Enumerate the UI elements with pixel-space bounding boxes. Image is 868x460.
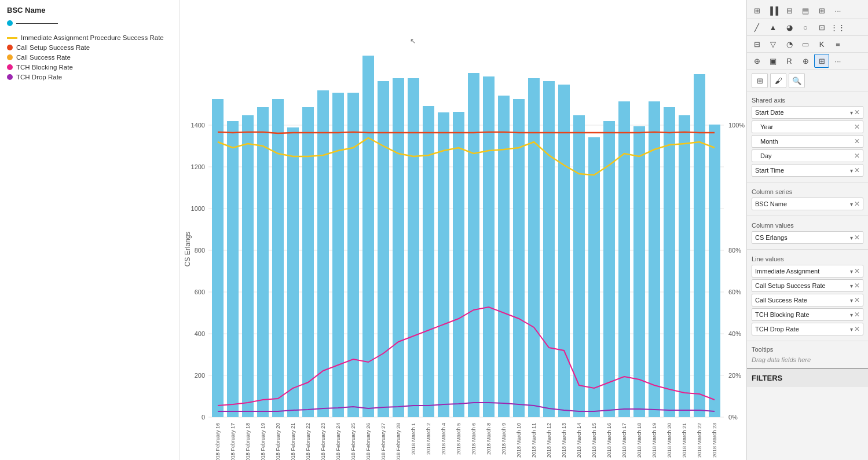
bsc-color-dot (7, 20, 13, 26)
svg-text:2018 February 17: 2018 February 17 (230, 423, 236, 460)
svg-rect-30 (302, 107, 314, 417)
area-icon[interactable]: ▲ (766, 20, 781, 34)
divider3 (747, 249, 868, 250)
line-values-immediate[interactable]: Immediate Assignment ▾ ✕ (752, 265, 863, 278)
svg-text:2018 March 13: 2018 March 13 (561, 423, 567, 458)
funnel-icon[interactable]: ▽ (766, 37, 781, 51)
slicer-icon[interactable]: ≡ (830, 37, 845, 51)
remove-tchblocking-icon[interactable]: ✕ (854, 311, 860, 319)
remove-year-icon[interactable]: ✕ (854, 123, 860, 131)
filled-map-icon[interactable]: ▣ (766, 54, 781, 68)
shared-axis-startdate[interactable]: Start Date ▾ ✕ (752, 106, 863, 119)
svg-rect-54 (664, 107, 675, 417)
svg-rect-46 (543, 81, 555, 417)
callsetup-label: Call Setup Success Rate (16, 44, 90, 51)
100pct-bar-icon[interactable]: ▤ (798, 3, 813, 17)
svg-text:2018 February 19: 2018 February 19 (260, 423, 266, 460)
svg-text:2018 March 19: 2018 March 19 (651, 423, 657, 458)
remove-callsuccess-icon[interactable]: ✕ (854, 296, 860, 304)
table-icon[interactable]: ⊞ (749, 3, 764, 17)
svg-text:2018 February 21: 2018 February 21 (290, 423, 296, 460)
svg-rect-45 (528, 78, 540, 417)
line-icon[interactable]: ╱ (749, 20, 764, 34)
shared-axis-section: Shared axis Start Date ▾ ✕ Year ✕ Month … (747, 92, 868, 181)
svg-text:20%: 20% (728, 372, 741, 379)
month-field-name: Month (760, 138, 854, 145)
remove-startdate-icon[interactable]: ✕ (854, 108, 860, 116)
tooltips-label: Tooltips (747, 342, 868, 354)
svg-text:2018 February 27: 2018 February 27 (380, 423, 386, 460)
visualization-toolbar-row2: ╱ ▲ ◕ ○ ⊡ ⋮⋮ (747, 19, 868, 36)
svg-text:2018 February 22: 2018 February 22 (305, 423, 311, 460)
remove-month-icon[interactable]: ✕ (854, 137, 860, 145)
svg-rect-34 (362, 56, 374, 417)
divider4 (747, 341, 868, 341)
svg-text:2018 March 17: 2018 March 17 (621, 423, 627, 458)
visualization-toolbar: ⊞ ▐▐ ⊟ ▤ ⊞ ··· (747, 0, 868, 19)
shared-axis-year[interactable]: Year ✕ (752, 121, 863, 133)
globe-icon[interactable]: ⊕ (798, 54, 813, 68)
svg-text:1000: 1000 (191, 205, 205, 212)
svg-rect-27 (257, 107, 269, 417)
svg-rect-55 (679, 115, 690, 417)
treemap-icon[interactable]: ⊡ (814, 20, 829, 34)
legend-item-callsuccess: Call Success Rate (7, 54, 172, 61)
gauge-icon[interactable]: ◔ (782, 37, 797, 51)
donut-icon[interactable]: ○ (798, 20, 813, 34)
legend-title: BSC Name (7, 6, 172, 14)
remove-callsetup-icon[interactable]: ✕ (854, 282, 860, 290)
kpi-icon[interactable]: K (814, 37, 829, 51)
line-values-callsuccess[interactable]: Call Success Rate ▾ ✕ (752, 294, 863, 306)
svg-rect-26 (242, 115, 254, 417)
line-values-tchblocking[interactable]: TCH Blocking Rate ▾ ✕ (752, 308, 863, 321)
shared-axis-day[interactable]: Day ✕ (752, 149, 863, 162)
stacked-bar-icon[interactable]: ⊟ (782, 3, 797, 17)
svg-rect-31 (317, 90, 329, 417)
tchblocking-field-name: TCH Blocking Rate (755, 311, 850, 318)
analytics-icon[interactable]: 🔍 (789, 73, 805, 88)
scatter-icon[interactable]: ⋮⋮ (830, 20, 845, 34)
year-field-name: Year (760, 123, 854, 130)
map-icon[interactable]: ⊕ (749, 54, 764, 68)
svg-text:1400: 1400 (191, 122, 205, 129)
fields-icon[interactable]: ⊞ (752, 73, 768, 88)
remove-starttime-icon[interactable]: ✕ (854, 166, 860, 174)
remove-bscname-icon[interactable]: ✕ (854, 200, 860, 208)
remove-immediate-icon[interactable]: ✕ (854, 267, 860, 275)
svg-text:800: 800 (195, 247, 205, 254)
svg-rect-48 (573, 115, 585, 417)
pie-icon[interactable]: ◕ (782, 20, 797, 34)
waterfall-icon[interactable]: ⊟ (749, 37, 764, 51)
format-icon[interactable]: 🖌 (770, 73, 786, 88)
bsc-legend-item: —————— (7, 19, 172, 27)
combo-chart-icon[interactable]: ⊞ (814, 54, 829, 68)
line-values-callsetup[interactable]: Call Setup Success Rate ▾ ✕ (752, 279, 863, 292)
line-values-section: Line values Immediate Assignment ▾ ✕ Cal… (747, 251, 868, 339)
chevron-down-icon7: ▾ (850, 297, 853, 304)
remove-cserlangs-icon[interactable]: ✕ (854, 233, 860, 242)
remove-tchdrop-icon[interactable]: ✕ (854, 325, 860, 333)
card-icon[interactable]: ▭ (798, 37, 813, 51)
more2-icon[interactable]: ··· (830, 54, 845, 68)
svg-rect-29 (287, 127, 299, 417)
r-icon[interactable]: R (782, 54, 797, 68)
svg-text:2018 February 24: 2018 February 24 (335, 423, 341, 460)
svg-rect-36 (393, 78, 404, 417)
svg-text:2018 March 9: 2018 March 9 (501, 423, 507, 455)
legend-item-tch-drop: TCH Drop Rate (7, 74, 172, 81)
shared-axis-starttime[interactable]: Start Time ▾ ✕ (752, 164, 863, 177)
column-values-cserlangs[interactable]: CS Erlangs ▾ ✕ (752, 231, 863, 244)
more-icon[interactable]: ··· (830, 3, 845, 17)
chevron-down-icon: ▾ (850, 109, 853, 116)
combo-icon[interactable]: ⊞ (814, 3, 829, 17)
starttime-field-name: Start Time (755, 167, 850, 174)
svg-text:2018 March 6: 2018 March 6 (471, 423, 477, 455)
remove-day-icon[interactable]: ✕ (854, 152, 860, 160)
svg-rect-57 (709, 125, 720, 417)
bar-chart-icon[interactable]: ▐▐ (766, 3, 781, 17)
shared-axis-month[interactable]: Month ✕ (752, 135, 863, 148)
chevron-down-icon5: ▾ (850, 268, 853, 275)
column-series-bscname[interactable]: BSC Name ▾ ✕ (752, 198, 863, 210)
line-values-tchdrop[interactable]: TCH Drop Rate ▾ ✕ (752, 323, 863, 335)
format-toolbar: ⊞ 🖌 🔍 (747, 70, 868, 92)
